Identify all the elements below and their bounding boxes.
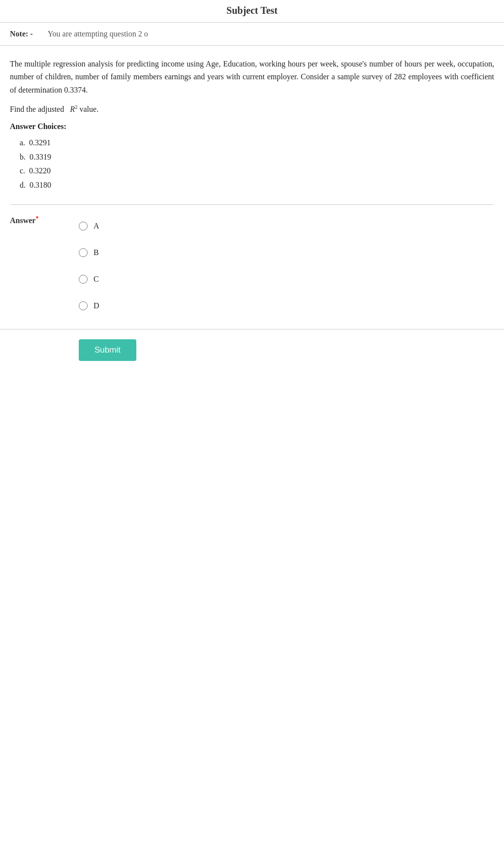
question-find: Find the adjusted R2 value. bbox=[10, 102, 494, 116]
note-text: You are attempting question 2 o bbox=[48, 30, 148, 38]
question-body: The multiple regression analysis for pre… bbox=[10, 58, 494, 97]
choice-d-value: 0.3180 bbox=[30, 181, 51, 189]
choice-a-label: a. bbox=[20, 138, 29, 147]
radio-input-d[interactable] bbox=[79, 301, 88, 310]
choice-c-label: c. bbox=[20, 166, 29, 175]
required-marker: * bbox=[35, 215, 38, 222]
radio-option-a[interactable]: A bbox=[79, 213, 99, 239]
radio-label-a: A bbox=[94, 222, 99, 230]
choice-b: b. 0.3319 bbox=[20, 150, 494, 164]
submit-button[interactable]: Submit bbox=[79, 339, 136, 361]
radio-option-d[interactable]: D bbox=[79, 293, 99, 319]
choices-list: a. 0.3291 b. 0.3319 c. 0.3220 d. 0.3180 bbox=[10, 136, 494, 193]
radio-option-b[interactable]: B bbox=[79, 239, 99, 266]
radio-option-c[interactable]: C bbox=[79, 266, 99, 293]
page-header: Subject Test bbox=[0, 0, 504, 23]
submit-area: Submit bbox=[0, 329, 504, 371]
radio-label-d: D bbox=[94, 301, 99, 310]
radio-label-b: B bbox=[94, 248, 99, 257]
choice-d-label: d. bbox=[20, 181, 30, 189]
radio-input-c[interactable] bbox=[79, 275, 88, 284]
note-bar: Note: - You are attempting question 2 o bbox=[0, 23, 504, 46]
answer-label-col: Answer* bbox=[10, 213, 79, 225]
choice-b-value: 0.3319 bbox=[30, 153, 51, 161]
choice-c-value: 0.3220 bbox=[29, 166, 51, 175]
note-label: Note: - bbox=[10, 30, 33, 38]
header-title: Subject Test bbox=[226, 5, 278, 16]
choice-a-value: 0.3291 bbox=[29, 138, 51, 147]
choice-d: d. 0.3180 bbox=[20, 178, 494, 193]
answer-choices-heading: Answer Choices: bbox=[10, 122, 494, 131]
choice-c: c. 0.3220 bbox=[20, 164, 494, 178]
question-area: The multiple regression analysis for pre… bbox=[0, 46, 504, 329]
radio-input-b[interactable] bbox=[79, 248, 88, 257]
answer-label: Answer* bbox=[10, 216, 38, 225]
choice-b-label: b. bbox=[20, 153, 30, 161]
radio-input-a[interactable] bbox=[79, 222, 88, 230]
radio-label-c: C bbox=[94, 275, 99, 284]
choice-a: a. 0.3291 bbox=[20, 136, 494, 150]
answer-section: Answer* A B C D bbox=[10, 204, 494, 319]
answer-options-col: A B C D bbox=[79, 213, 99, 319]
